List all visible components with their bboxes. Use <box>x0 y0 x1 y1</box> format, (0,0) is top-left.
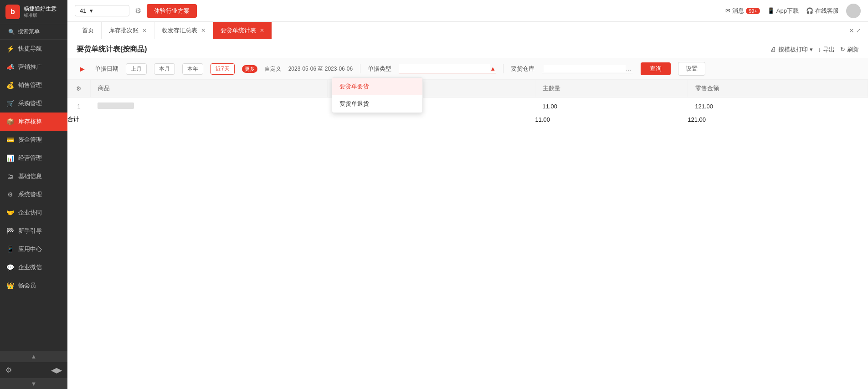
tenant-selector[interactable]: 41 ▾ <box>75 5 129 16</box>
warehouse-more-icon[interactable]: … <box>626 65 632 72</box>
system-icon: ⚙ <box>5 190 15 199</box>
sidebar-item-system[interactable]: ⚙ 系统管理 <box>0 185 67 204</box>
dropdown-item-order[interactable]: 要货单要货 <box>332 78 422 95</box>
refresh-button[interactable]: ↻ 刷新 <box>840 46 859 54</box>
page-actions: 🖨 按模板打印 ▾ ↓ 导出 ↻ 刷新 <box>770 46 859 54</box>
setting-button[interactable]: 设置 <box>678 62 705 76</box>
sidebar-item-basic[interactable]: 🗂 基础信息 <box>0 167 67 185</box>
sidebar-item-enterprise[interactable]: 🤝 企业协同 <box>0 204 67 222</box>
close-all-icon: ✕ <box>849 27 854 34</box>
marketing-icon: 📣 <box>5 62 15 72</box>
search-icon: 🔍 <box>8 29 15 35</box>
last-7-days-btn[interactable]: 近7天 <box>211 63 235 75</box>
chevron-down-icon: ▾ <box>90 7 93 14</box>
type-input-wrapper: ▲ <box>399 64 496 73</box>
apps-icon: 📱 <box>5 245 15 254</box>
col-product: 商品 <box>90 80 328 97</box>
sidebar-item-shortcut[interactable]: ⚡ 快捷导航 <box>0 40 67 58</box>
sidebar: b 畅捷通好生意 标准版 🔍 搜索菜单 ⚡ 快捷导航 📣 营销推广 💰 销售管理… <box>0 0 67 389</box>
member-icon: 👑 <box>5 281 15 290</box>
warehouse-input-wrapper[interactable]: … <box>542 64 633 73</box>
date-range-display: 2023-05-06 至 2023-06-06 <box>288 65 353 73</box>
dropdown-item-return[interactable]: 要货单退货 <box>332 95 422 113</box>
footer-amount: 121.00 <box>688 115 868 124</box>
app-download-item[interactable]: 📱 App下载 <box>767 7 799 15</box>
topbar-left: 41 ▾ ⚙ 体验行业方案 <box>75 4 197 18</box>
settings-icon[interactable]: ⚙ <box>5 366 12 374</box>
page-title: 要货单统计表(按商品) <box>77 45 147 54</box>
sidebar-item-operations[interactable]: 📊 经营管理 <box>0 149 67 167</box>
warehouse-input[interactable] <box>544 65 626 72</box>
headset-icon: 🎧 <box>806 7 813 14</box>
sidebar-item-purchase[interactable]: 🛒 采购管理 <box>0 94 67 113</box>
sidebar-nav: ⚡ 快捷导航 📣 营销推广 💰 销售管理 🛒 采购管理 📦 库存核算 💳 资金管… <box>0 40 67 351</box>
sidebar-scroll-down[interactable]: ▼ <box>0 378 67 389</box>
close-all-tabs[interactable]: ✕ ⤢ <box>845 27 864 34</box>
footer-label: 合计 <box>67 115 328 124</box>
filter-separator-2 <box>503 64 503 73</box>
type-input[interactable] <box>399 64 490 73</box>
sidebar-item-guide[interactable]: 🏁 新手引导 <box>0 222 67 240</box>
settings-gear-icon[interactable]: ⚙ <box>135 6 141 15</box>
this-month-btn[interactable]: 本月 <box>154 63 175 75</box>
tab-home[interactable]: 首页 <box>75 22 102 39</box>
search-menu-item[interactable]: 🔍 搜索菜单 <box>0 24 67 40</box>
sidebar-scroll-up[interactable]: ▲ <box>0 351 67 362</box>
data-table: ⚙ 商品 主计量单位 主数量 零售金额 1 块 11.00 121.00 <box>67 80 868 123</box>
phone-icon: 📱 <box>767 7 775 14</box>
row-product <box>90 97 328 115</box>
collapse-icon[interactable]: ◀▶ <box>51 366 62 374</box>
trial-button[interactable]: 体验行业方案 <box>147 4 197 18</box>
filter-expand-button[interactable]: ▶ <box>77 63 87 74</box>
col-settings[interactable]: ⚙ <box>67 80 90 97</box>
content-area: 要货单统计表(按商品) 🖨 按模板打印 ▾ ↓ 导出 ↻ 刷新 ▶ <box>67 39 868 389</box>
export-button[interactable]: ↓ 导出 <box>818 46 835 54</box>
filter-separator-1 <box>360 64 360 73</box>
sidebar-item-sales[interactable]: 💰 销售管理 <box>0 76 67 94</box>
footer-unit <box>328 115 535 124</box>
type-dropdown-arrow[interactable]: ▲ <box>490 65 496 72</box>
topbar: 41 ▾ ⚙ 体验行业方案 ✉ 消息 99+ 📱 App下载 🎧 在线客服 <box>67 0 868 22</box>
sales-icon: 💰 <box>5 81 15 90</box>
tab-close-order-stats[interactable]: ✕ <box>260 27 264 34</box>
tab-order-stats[interactable]: 要货单统计表 ✕ <box>213 22 272 39</box>
app-logo-icon: b <box>5 5 20 19</box>
refresh-icon: ↻ <box>840 46 845 53</box>
purchase-icon: 🛒 <box>5 99 15 108</box>
sidebar-item-inventory[interactable]: 📦 库存核算 <box>0 113 67 131</box>
type-dropdown: 要货单要货 要货单退货 <box>332 77 423 113</box>
col-amount: 零售金额 <box>688 80 868 97</box>
messages-badge: 99+ <box>746 8 760 14</box>
table-container: ⚙ 商品 主计量单位 主数量 零售金额 1 块 11.00 121.00 <box>67 80 868 123</box>
messages-item[interactable]: ✉ 消息 99+ <box>725 7 760 15</box>
row-index: 1 <box>67 97 90 115</box>
maximize-icon: ⤢ <box>856 27 861 34</box>
sidebar-item-wechat[interactable]: 💬 企业微信 <box>0 258 67 276</box>
print-button[interactable]: 🖨 按模板打印 ▾ <box>770 46 813 54</box>
online-service-item[interactable]: 🎧 在线客服 <box>806 7 839 15</box>
query-button[interactable]: 查询 <box>641 62 671 75</box>
row-amount: 121.00 <box>688 97 868 115</box>
type-label: 单据类型 <box>368 65 391 73</box>
date-custom-tag[interactable]: 自定义 <box>265 65 281 73</box>
sidebar-item-finance[interactable]: 💳 资金管理 <box>0 131 67 149</box>
date-more-tag[interactable]: 更多 <box>242 65 257 73</box>
tab-close-receivable[interactable]: ✕ <box>201 27 205 34</box>
guide-icon: 🏁 <box>5 226 15 235</box>
sidebar-item-member[interactable]: 👑 畅会员 <box>0 276 67 295</box>
this-year-btn[interactable]: 本年 <box>182 63 203 75</box>
tabbar: 首页 库存批次账 ✕ 收发存汇总表 ✕ 要货单统计表 ✕ ✕ ⤢ <box>67 22 868 39</box>
date-label: 单据日期 <box>95 65 118 73</box>
tab-inventory-batch[interactable]: 库存批次账 ✕ <box>102 22 154 39</box>
basic-icon: 🗂 <box>5 172 15 181</box>
table-footer-row: 合计 11.00 121.00 <box>67 115 868 124</box>
sidebar-item-apps[interactable]: 📱 应用中心 <box>0 240 67 258</box>
user-avatar[interactable] <box>846 4 861 18</box>
filter-bar: ▶ 单据日期 上月 本月 本年 近7天 更多 自定义 2023-05-06 至 … <box>67 58 868 80</box>
col-quantity: 主数量 <box>535 80 688 97</box>
table-row: 1 块 11.00 121.00 <box>67 97 868 115</box>
tab-close-inventory-batch[interactable]: ✕ <box>142 27 147 34</box>
tab-receivable[interactable]: 收发存汇总表 ✕ <box>154 22 213 39</box>
last-month-btn[interactable]: 上月 <box>126 63 147 75</box>
sidebar-item-marketing[interactable]: 📣 营销推广 <box>0 58 67 76</box>
